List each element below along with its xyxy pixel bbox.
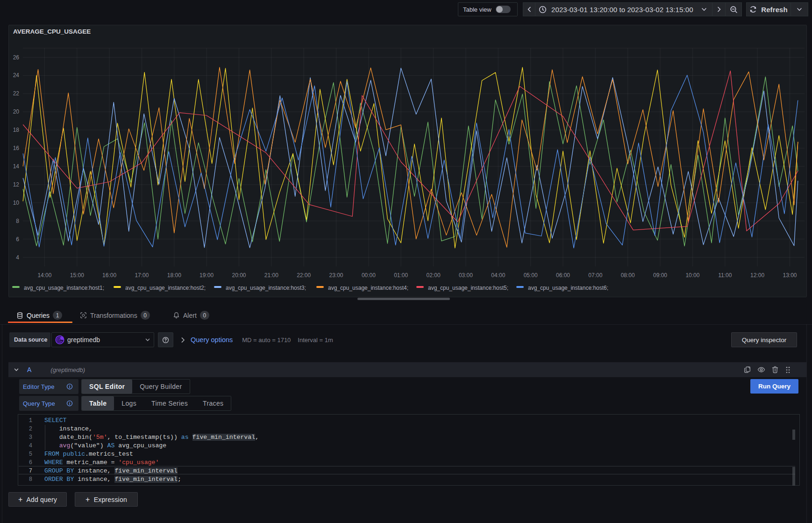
svg-text:16: 16 [13,145,20,151]
svg-text:avg_cpu_usage_instance:host2;: avg_cpu_usage_instance:host2; [125,285,206,291]
svg-text:14:00: 14:00 [37,272,51,279]
svg-text:07:00: 07:00 [588,272,602,279]
svg-text:avg_cpu_usage_instance:host5;: avg_cpu_usage_instance:host5; [428,285,508,291]
svg-text:23:00: 23:00 [329,272,343,279]
svg-text:19:00: 19:00 [199,272,214,279]
svg-text:22:00: 22:00 [297,272,311,279]
svg-text:05:00: 05:00 [524,272,538,279]
svg-text:15:00: 15:00 [70,272,84,279]
svg-text:12:00: 12:00 [750,272,764,279]
svg-text:4: 4 [16,254,19,261]
svg-text:26: 26 [13,54,20,61]
svg-text:14: 14 [13,163,20,170]
svg-text:21:00: 21:00 [264,272,278,279]
svg-text:16:00: 16:00 [102,272,116,279]
svg-text:17:00: 17:00 [135,272,149,279]
svg-text:avg_cpu_usage_instance:host6;: avg_cpu_usage_instance:host6; [528,285,608,291]
svg-text:22: 22 [13,90,20,97]
svg-text:avg_cpu_usage_instance:host4;: avg_cpu_usage_instance:host4; [328,285,408,291]
svg-text:11:00: 11:00 [718,272,732,279]
svg-text:04:00: 04:00 [491,272,505,279]
svg-text:02:00: 02:00 [427,272,441,279]
svg-text:20: 20 [13,108,20,115]
svg-text:18:00: 18:00 [167,272,181,279]
svg-text:10:00: 10:00 [685,272,699,279]
svg-text:00:00: 00:00 [362,272,376,279]
svg-text:avg_cpu_usage_instance:host3;: avg_cpu_usage_instance:host3; [226,285,306,291]
svg-text:06:00: 06:00 [556,272,570,279]
svg-text:10: 10 [13,200,20,206]
svg-text:6: 6 [16,236,19,243]
svg-text:08:00: 08:00 [621,272,635,279]
svg-text:01:00: 01:00 [394,272,408,279]
svg-text:13:00: 13:00 [783,272,797,279]
svg-text:18: 18 [13,127,20,133]
svg-text:12: 12 [13,181,20,188]
svg-text:03:00: 03:00 [459,272,473,279]
svg-text:avg_cpu_usage_instance:host1;: avg_cpu_usage_instance:host1; [24,285,104,291]
svg-text:09:00: 09:00 [653,272,667,279]
svg-text:8: 8 [16,218,19,224]
svg-text:20:00: 20:00 [232,272,246,279]
svg-text:24: 24 [13,72,20,79]
